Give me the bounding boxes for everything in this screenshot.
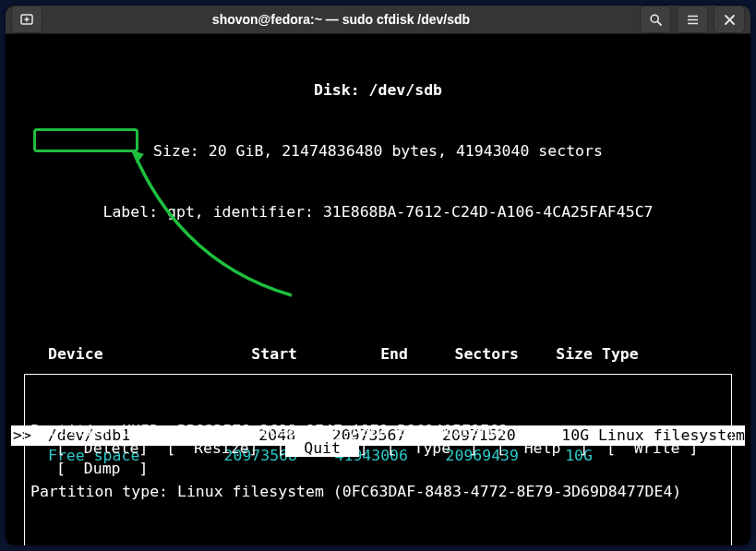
menu-button[interactable] <box>677 6 708 33</box>
svg-line-4 <box>657 21 661 25</box>
new-tab-icon <box>19 12 34 27</box>
col-device: Device <box>48 344 196 365</box>
col-end: End <box>297 344 408 365</box>
disk-title: Disk: /dev/sdb <box>11 80 745 101</box>
partition-type: Partition type: Linux filesystem (0FC63D… <box>30 482 726 502</box>
new-tab-button[interactable] <box>11 6 42 33</box>
close-button[interactable] <box>714 6 745 33</box>
disk-size: Size: 20 GiB, 21474836480 bytes, 4194304… <box>11 141 745 162</box>
col-size: Size <box>519 344 593 365</box>
titlebar: shovon@fedora:~ — sudo cfdisk /dev/sdb <box>6 6 750 34</box>
terminal-content[interactable]: Disk: /dev/sdb Size: 20 GiB, 21474836480… <box>6 34 750 545</box>
hamburger-icon <box>686 13 700 27</box>
disk-label: Label: gpt, identifier: 31E868BA-7612-C2… <box>11 202 745 222</box>
blank-line <box>11 263 745 283</box>
window-title: shovon@fedora:~ — sudo cfdisk /dev/sdb <box>48 12 634 27</box>
terminal-window: shovon@fedora:~ — sudo cfdisk /dev/sdb D… <box>6 6 750 545</box>
col-type: Type <box>593 344 745 365</box>
table-header: Device Start End Sectors Size Type <box>11 344 745 365</box>
col-start: Start <box>196 344 297 365</box>
close-icon <box>724 14 736 26</box>
search-icon <box>649 13 663 27</box>
search-button[interactable] <box>640 6 671 33</box>
col-sectors: Sectors <box>408 344 519 365</box>
action-menu[interactable]: [ Delete] [ Resize] [ Quit ] [ Type ] [ … <box>56 438 716 479</box>
